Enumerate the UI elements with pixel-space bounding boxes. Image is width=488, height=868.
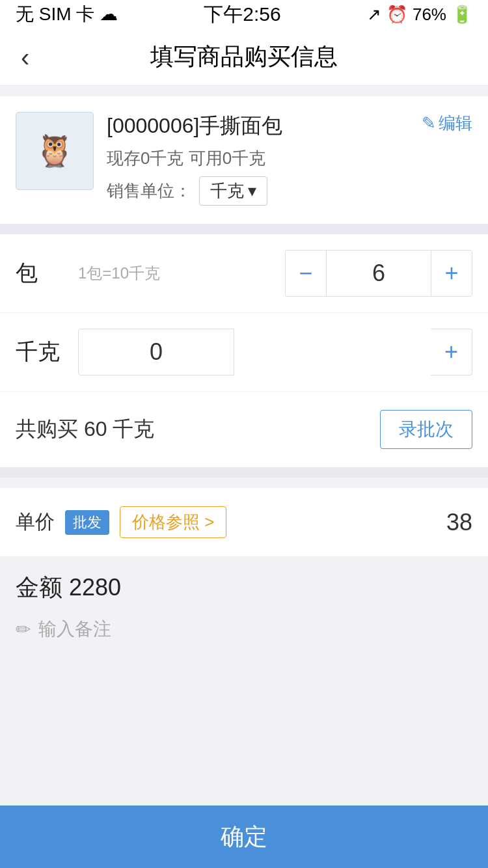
edit-button[interactable]: ✎ 编辑: [422, 112, 472, 135]
summary-row: 共购买 60 千克 录批次: [0, 392, 488, 467]
battery-level: 76%: [413, 5, 446, 25]
sim-status: 无 SIM 卡 ☁: [16, 2, 118, 27]
kg-row: 千克 +: [0, 313, 488, 392]
package-hint: 1包=10千克: [78, 263, 275, 284]
section-divider-1: [0, 224, 488, 234]
amount-label: 金额: [16, 574, 69, 601]
product-thumb-icon: 🦉: [35, 133, 74, 169]
input-section: 包 1包=10千克 − + 千克 + 共购买 60 千克 录批次: [0, 234, 488, 467]
product-name: [0000006]手撕面包: [107, 112, 282, 141]
amount-section: 金额 2280 ✏ 输入备注: [0, 556, 488, 652]
price-label: 单价: [16, 509, 55, 536]
package-quantity-input[interactable]: [327, 250, 431, 297]
section-divider-2: [0, 467, 488, 478]
page-title: 填写商品购买信息: [150, 41, 338, 73]
battery-icon: 🔋: [452, 5, 472, 25]
product-unit-row: 销售单位： 千克 ▾: [107, 176, 472, 206]
edit-icon: ✎: [422, 113, 436, 133]
status-left: 无 SIM 卡 ☁: [16, 2, 118, 27]
package-plus-button[interactable]: +: [431, 250, 472, 297]
unit-value: 千克: [210, 180, 244, 202]
alarm-icon: ⏰: [386, 5, 407, 25]
summary-text: 共购买 60 千克: [16, 415, 154, 444]
kg-quantity-input[interactable]: [78, 329, 234, 375]
status-right: ↗ ⏰ 76% 🔋: [367, 5, 472, 25]
product-card: 🦉 [0000006]手撕面包 ✎ 编辑 现存0千克 可用0千克 销售单位： 千…: [0, 96, 488, 224]
price-reference-button[interactable]: 价格参照 >: [120, 506, 226, 538]
remark-row[interactable]: ✏ 输入备注: [16, 617, 472, 642]
kg-plus-button[interactable]: +: [431, 329, 472, 375]
price-row: 单价 批发 价格参照 > 38: [0, 488, 488, 556]
status-time: 下午2:56: [204, 1, 280, 28]
package-minus-button[interactable]: −: [285, 250, 327, 297]
chevron-down-icon: ▾: [248, 181, 256, 201]
kg-label: 千克: [16, 337, 68, 367]
batch-button[interactable]: 录批次: [380, 410, 472, 449]
price-tag: 批发: [65, 510, 109, 535]
unit-label: 销售单位：: [107, 180, 191, 202]
product-stock: 现存0千克 可用0千克: [107, 147, 472, 170]
unit-dropdown[interactable]: 千克 ▾: [199, 176, 267, 206]
confirm-button[interactable]: 确定: [0, 806, 488, 868]
amount-row: 金额 2280: [16, 572, 472, 604]
pencil-icon: ✏: [16, 619, 31, 640]
remark-placeholder: 输入备注: [38, 617, 111, 642]
package-quantity-control: − +: [285, 250, 472, 297]
edit-label: 编辑: [439, 112, 472, 135]
nav-bar: ‹ 填写商品购买信息: [0, 29, 488, 86]
amount-number: 2280: [69, 574, 121, 601]
back-button[interactable]: ‹: [16, 39, 34, 75]
product-thumbnail: 🦉: [16, 112, 94, 190]
status-bar: 无 SIM 卡 ☁ 下午2:56 ↗ ⏰ 76% 🔋: [0, 0, 488, 29]
location-icon: ↗: [367, 5, 381, 25]
product-title-row: [0000006]手撕面包 ✎ 编辑: [107, 112, 472, 141]
product-info: [0000006]手撕面包 ✎ 编辑 现存0千克 可用0千克 销售单位： 千克 …: [107, 112, 472, 206]
price-value: 38: [446, 509, 472, 536]
package-label: 包: [16, 258, 68, 288]
package-row: 包 1包=10千克 − +: [0, 234, 488, 313]
price-section: 单价 批发 价格参照 > 38: [0, 488, 488, 556]
